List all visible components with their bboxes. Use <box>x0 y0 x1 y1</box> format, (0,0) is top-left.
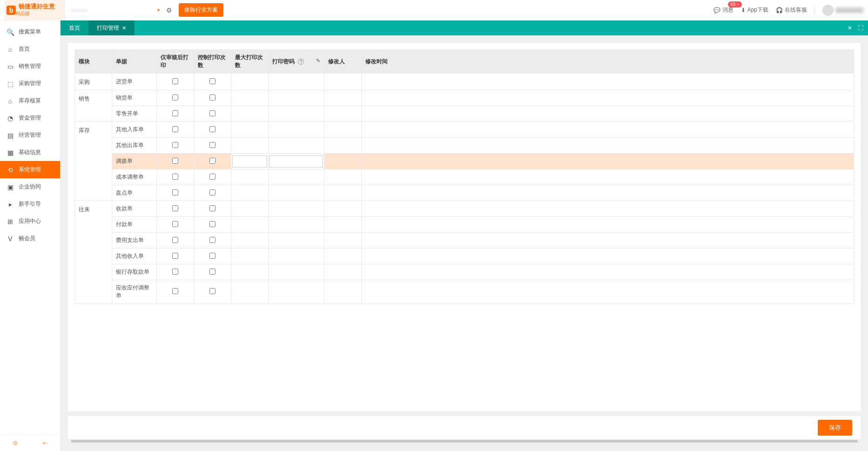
side-purchase-label: 采购管理 <box>19 80 41 88</box>
side-sales[interactable]: ▭销售管理 <box>0 58 60 75</box>
chevron-down-icon[interactable]: ▾ <box>157 7 160 13</box>
side-home-icon: ⌂ <box>7 46 14 53</box>
control-count-checkbox[interactable] <box>209 174 215 180</box>
settings-icon[interactable]: ⚙ <box>13 440 18 446</box>
support-link[interactable]: 🎧 在线客服 <box>776 6 807 14</box>
audit-only-checkbox[interactable] <box>172 94 178 101</box>
control-count-checkbox[interactable] <box>209 110 215 116</box>
cell-password <box>269 233 324 249</box>
password-input[interactable] <box>269 155 323 168</box>
tab-home[interactable]: 首页 <box>61 20 88 35</box>
audit-only-checkbox[interactable] <box>172 221 178 227</box>
audit-only-checkbox[interactable] <box>172 78 178 84</box>
side-guide[interactable]: ▸新手引导 <box>0 195 60 213</box>
th-audit-only: 仅审核后打印 <box>157 50 194 74</box>
cell-modifier <box>324 185 362 201</box>
cell-password <box>269 264 324 280</box>
table-row: 库存其他入库单 <box>75 122 854 138</box>
audit-only-checkbox[interactable] <box>172 126 178 132</box>
side-inventory[interactable]: ⌂库存核算 <box>0 92 60 109</box>
th-password: 打印密码 ? ✎ <box>269 50 324 74</box>
audit-only-checkbox[interactable] <box>172 237 178 243</box>
control-count-checkbox[interactable] <box>209 94 215 101</box>
save-button[interactable]: 保存 <box>818 420 852 436</box>
audit-only-checkbox[interactable] <box>172 288 178 294</box>
sidebar-list: 🔍搜索菜单⌂首页▭销售管理⬚采购管理⌂库存核算◔资金管理▤经营管理▦基础信息⟲系… <box>0 20 60 435</box>
side-collab-label: 企业协同 <box>19 183 41 191</box>
control-count-checkbox[interactable] <box>209 126 215 132</box>
audit-only-checkbox[interactable] <box>172 189 178 195</box>
side-search[interactable]: 🔍搜索菜单 <box>0 23 60 40</box>
app-download-link[interactable]: ⬇ App下载 <box>741 6 768 14</box>
cell-modified-at <box>362 169 854 185</box>
tab-home-label: 首页 <box>69 24 80 32</box>
scrollbar-thumb[interactable] <box>71 440 858 443</box>
org-selector[interactable]: ——— <box>71 7 87 13</box>
side-operation[interactable]: ▤经营管理 <box>0 127 60 144</box>
side-basicinfo[interactable]: ▦基础信息 <box>0 144 60 161</box>
side-home[interactable]: ⌂首页 <box>0 40 60 58</box>
table-row: 付款单 <box>75 217 854 233</box>
audit-only-checkbox[interactable] <box>172 110 178 116</box>
side-guide-icon: ▸ <box>7 201 14 208</box>
cell-modified-at <box>362 74 854 90</box>
audit-only-checkbox[interactable] <box>172 174 178 180</box>
audit-only-checkbox[interactable] <box>172 158 178 164</box>
edit-icon[interactable]: ✎ <box>316 58 320 64</box>
side-apps[interactable]: ⊞应用中心 <box>0 213 60 230</box>
th-control-count: 控制打印次数 <box>194 50 231 74</box>
collapse-icon[interactable]: ⇤ <box>43 440 47 446</box>
help-icon[interactable]: ? <box>298 59 304 65</box>
cell-password <box>269 169 324 185</box>
control-count-checkbox[interactable] <box>209 221 215 227</box>
side-system[interactable]: ⟲系统管理 <box>0 161 60 178</box>
close-all-icon[interactable]: ✕ <box>848 25 852 31</box>
user-menu[interactable] <box>822 5 863 16</box>
table-row: 采购进货单 <box>75 74 854 90</box>
cell-modified-at <box>362 90 854 106</box>
control-count-checkbox[interactable] <box>209 253 215 259</box>
control-count-checkbox[interactable] <box>209 269 215 275</box>
user-name-blurred <box>835 7 863 13</box>
table-row: 零售开单 <box>75 106 854 122</box>
control-count-checkbox[interactable] <box>209 205 215 211</box>
control-count-checkbox[interactable] <box>209 158 215 164</box>
table-row: 销售销货单 <box>75 90 854 106</box>
cell-audit-only <box>157 249 194 264</box>
control-count-checkbox[interactable] <box>209 189 215 195</box>
topbar-right: 💬 消息 ⬇ App下载 🎧 在线客服 <box>713 5 863 16</box>
control-count-checkbox[interactable] <box>209 78 215 84</box>
cell-modifier <box>324 106 362 122</box>
side-finance[interactable]: ◔资金管理 <box>0 109 60 127</box>
gear-icon[interactable]: ⚙ <box>166 7 172 14</box>
audit-only-checkbox[interactable] <box>172 142 178 148</box>
message-icon: 💬 <box>713 7 720 13</box>
audit-only-checkbox[interactable] <box>172 269 178 275</box>
cell-bill: 成本调整单 <box>112 169 157 185</box>
control-count-checkbox[interactable] <box>209 288 215 294</box>
cell-modifier <box>324 233 362 249</box>
table-row: 费用支出单 <box>75 233 854 249</box>
tab-print-management[interactable]: 打印管理 ✕ <box>88 20 135 35</box>
audit-only-checkbox[interactable] <box>172 253 178 259</box>
cell-max-count <box>231 280 269 304</box>
cell-password <box>269 249 324 264</box>
max-count-input[interactable] <box>232 155 267 168</box>
cell-bill: 付款单 <box>112 217 157 233</box>
messages-link[interactable]: 💬 消息 <box>713 6 733 14</box>
side-collab[interactable]: ▣企业协同 <box>0 178 60 195</box>
promo-button[interactable]: 体验行业方案 <box>179 3 223 17</box>
side-purchase[interactable]: ⬚采购管理 <box>0 75 60 92</box>
close-icon[interactable]: ✕ <box>122 25 126 31</box>
fullscreen-icon[interactable]: ⛶ <box>858 25 863 31</box>
cell-audit-only <box>157 138 194 154</box>
control-count-checkbox[interactable] <box>209 142 215 148</box>
cell-control-count <box>194 106 231 122</box>
side-vip[interactable]: V畅会员 <box>0 230 60 247</box>
control-count-checkbox[interactable] <box>209 237 215 243</box>
horizontal-scrollbar[interactable] <box>68 439 861 444</box>
audit-only-checkbox[interactable] <box>172 205 178 211</box>
cell-modified-at <box>362 138 854 154</box>
cell-modifier <box>324 90 362 106</box>
cell-max-count <box>231 201 269 217</box>
